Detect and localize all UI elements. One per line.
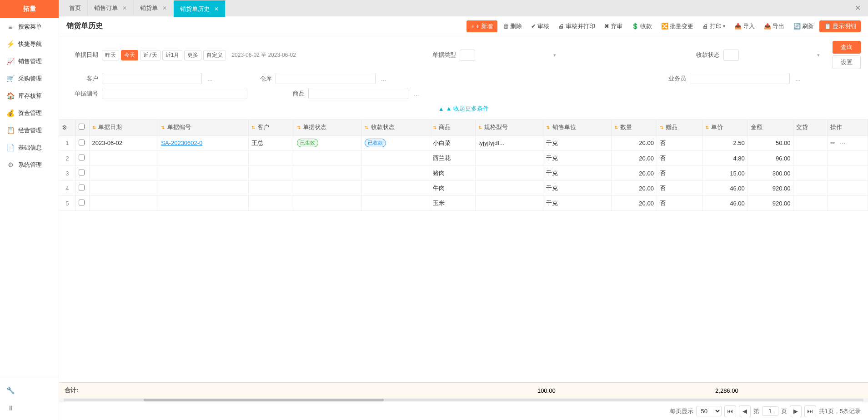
audit-button[interactable]: ✔ 审核: [527, 20, 553, 32]
horizontal-scrollbar[interactable]: [59, 398, 868, 402]
collect-button[interactable]: 💲 收款: [628, 20, 656, 32]
sidebar-item-finance-mgmt[interactable]: 💰 资金管理: [0, 105, 59, 122]
edit-btn-1[interactable]: ✏: [830, 140, 835, 146]
sidebar-item-base-info[interactable]: 📄 基础信息: [0, 139, 59, 156]
warehouse-dots[interactable]: ...: [379, 75, 388, 82]
more-btn-1[interactable]: ⋯: [840, 140, 846, 146]
sidebar-item-sales-mgmt[interactable]: 📈 销售管理: [0, 53, 59, 70]
sidebar-item-inventory[interactable]: 🏠 库存核算: [0, 87, 59, 105]
print-button[interactable]: 🖨 打印 ▾: [699, 20, 729, 32]
audit-print-button[interactable]: 🖨 审核并打印: [555, 20, 599, 32]
sidebar-item-search-menu[interactable]: ≡ 搜索菜单: [0, 18, 59, 35]
collapse-button[interactable]: ▲ ▲ 收起更多条件: [66, 103, 861, 115]
row-check-4[interactable]: [75, 181, 89, 196]
page-size-select[interactable]: 50 100 200: [696, 406, 722, 416]
sidebar-item-ops-mgmt[interactable]: 📋 经营管理: [0, 122, 59, 139]
scrollbar-track[interactable]: [64, 399, 863, 401]
row-unit-2: 千克: [543, 151, 612, 166]
tab-sales-history[interactable]: 销货单历史 ✕: [174, 0, 226, 17]
col-gear[interactable]: ⚙: [59, 120, 75, 135]
tab-bar-close-btn[interactable]: ✕: [851, 4, 864, 12]
row-doc-no-1[interactable]: SA-20230602-0: [158, 135, 249, 151]
tab-sales-order-close[interactable]: ✕: [122, 5, 127, 11]
tab-home-label: 首页: [69, 4, 81, 12]
next-page-btn[interactable]: ▶: [790, 405, 802, 417]
date-btn-1month[interactable]: 近1月: [162, 50, 183, 60]
sidebar-pause-btn[interactable]: ⏸: [0, 399, 59, 416]
docno-filter-input[interactable]: [102, 88, 247, 99]
page-number-input[interactable]: [762, 406, 778, 416]
table-row: 1 2023-06-02 SA-20230602-0 王总 已生效 已收款 小白…: [59, 135, 868, 151]
add-button[interactable]: + + 新增: [467, 20, 497, 32]
col-doc-no[interactable]: ⇅ 单据编号: [158, 120, 249, 135]
sidebar-item-sys-mgmt[interactable]: ⚙ 系统管理: [0, 156, 59, 174]
row-checkbox-2[interactable]: [79, 155, 85, 160]
setting-button[interactable]: 设置: [833, 55, 861, 69]
abandon-button[interactable]: ✖ 弃审: [601, 20, 626, 32]
row-trade-2: [793, 151, 827, 166]
first-page-btn[interactable]: ⏮: [724, 405, 736, 417]
date-btn-custom[interactable]: 自定义: [203, 50, 226, 60]
customer-filter-label: 客户: [66, 75, 98, 83]
date-btn-yesterday[interactable]: 昨天: [102, 50, 119, 60]
date-btn-7days[interactable]: 近7天: [140, 50, 161, 60]
warehouse-filter-input[interactable]: [276, 73, 376, 84]
batch-change-button[interactable]: 🔀 批量变更: [657, 20, 697, 32]
last-page-btn[interactable]: ⏭: [804, 405, 816, 417]
row-checkbox-3[interactable]: [79, 170, 85, 175]
type-filter-select[interactable]: [460, 50, 475, 61]
row-check-1[interactable]: [75, 135, 89, 151]
export-button[interactable]: 📤 导出: [760, 20, 788, 32]
sidebar-item-quick-nav[interactable]: ⚡ 快捷导航: [0, 35, 59, 53]
delete-button[interactable]: 🗑 删除: [499, 20, 526, 32]
col-unit-price[interactable]: ⇅ 单价: [702, 120, 748, 135]
table-header: ⚙ ⇅ 单据日期 ⇅ 单据编号 ⇅ 客户: [59, 120, 868, 135]
doc-no-link-1[interactable]: SA-20230602-0: [161, 140, 202, 146]
col-spec[interactable]: ⇅ 规格型号: [475, 120, 543, 135]
row-checkbox-1[interactable]: [79, 140, 85, 145]
customer-dots[interactable]: ...: [206, 75, 215, 82]
date-btn-today[interactable]: 今天: [121, 50, 138, 60]
col-unit[interactable]: ⇅ 销售单位: [543, 120, 612, 135]
scrollbar-thumb[interactable]: [144, 399, 384, 401]
col-customer[interactable]: ⇅ 客户: [248, 120, 294, 135]
col-collect-status[interactable]: ⇅ 收款状态: [362, 120, 430, 135]
sidebar-item-purchase-mgmt[interactable]: 🛒 采购管理: [0, 70, 59, 87]
import-button[interactable]: 📥 导入: [731, 20, 758, 32]
col-doc-status[interactable]: ⇅ 单据状态: [294, 120, 362, 135]
goods-filter-input[interactable]: [308, 88, 408, 99]
tab-sales-delivery-close[interactable]: ✕: [162, 5, 167, 11]
row-check-2[interactable]: [75, 151, 89, 166]
select-all-checkbox[interactable]: [79, 124, 85, 130]
row-qty-2: 20.00: [611, 151, 657, 166]
prev-page-btn[interactable]: ◀: [739, 405, 751, 417]
row-check-5[interactable]: [75, 196, 89, 211]
collect-status-select[interactable]: [723, 50, 739, 61]
row-qty-5: 20.00: [611, 196, 657, 211]
date-range-buttons: 昨天 今天 近7天 近1月 更多 自定义: [102, 50, 226, 60]
sidebar-settings-btn[interactable]: 🔧: [0, 382, 59, 399]
date-btn-more[interactable]: 更多: [184, 50, 201, 60]
col-qty[interactable]: ⇅ 数量: [611, 120, 657, 135]
col-doc-date[interactable]: ⇅ 单据日期: [89, 120, 158, 135]
tab-home[interactable]: 首页: [63, 0, 88, 16]
salesperson-dots[interactable]: ...: [793, 75, 803, 82]
salesperson-filter-input[interactable]: [690, 73, 790, 84]
tab-sales-order[interactable]: 销售订单 ✕: [88, 0, 134, 16]
row-checkbox-4[interactable]: [79, 185, 85, 190]
tab-sales-delivery[interactable]: 销货单 ✕: [134, 0, 174, 16]
goods-dots[interactable]: ...: [412, 90, 421, 97]
customer-filter-input[interactable]: [102, 73, 202, 84]
col-goods[interactable]: ⇅ 商品: [430, 120, 475, 135]
gear-icon[interactable]: ⚙: [62, 124, 67, 131]
show-detail-button[interactable]: 📋 显示明细: [819, 20, 861, 32]
query-button[interactable]: 查询: [833, 41, 861, 54]
row-amount-2: 96.00: [748, 151, 793, 166]
refresh-button[interactable]: 🔄 刷新: [790, 20, 818, 32]
row-check-3[interactable]: [75, 166, 89, 181]
row-amount-3: 300.00: [748, 166, 793, 181]
table-row: 4 牛肉 千克 20.00 否 46.00 920.00: [59, 181, 868, 196]
col-gift[interactable]: ⇅ 赠品: [657, 120, 702, 135]
row-checkbox-5[interactable]: [79, 200, 85, 205]
tab-sales-history-close[interactable]: ✕: [214, 6, 219, 12]
